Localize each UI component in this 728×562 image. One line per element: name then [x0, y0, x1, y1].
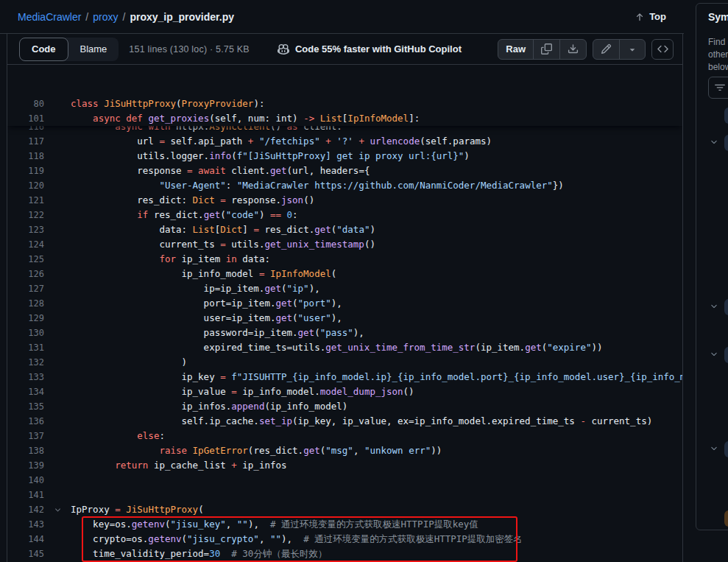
code-line: 126 ip_info_model = IpInfoModel(	[7, 267, 682, 281]
breadcrumb-filename: proxy_ip_provider.py	[130, 11, 234, 23]
line-number[interactable]: 130	[7, 326, 44, 340]
line-number[interactable]: 145	[7, 547, 44, 561]
download-icon	[568, 43, 579, 55]
fold-gutter	[44, 222, 71, 237]
line-number[interactable]: 138	[7, 443, 44, 458]
line-number[interactable]: 118	[7, 149, 44, 164]
code-text: )	[71, 355, 682, 370]
back-to-top-button[interactable]: Top	[629, 8, 672, 25]
line-number[interactable]: 101	[7, 111, 44, 126]
fold-gutter	[44, 281, 71, 296]
line-number[interactable]: 133	[7, 370, 44, 384]
code-line: 121 res_dict: Dict = response.json()	[7, 193, 682, 208]
line-number[interactable]: 125	[7, 252, 44, 267]
tab-blame[interactable]: Blame	[68, 38, 119, 61]
chevron-down-icon[interactable]	[710, 302, 718, 311]
line-number[interactable]: 144	[7, 532, 44, 547]
chevron-down-icon[interactable]	[710, 138, 718, 147]
symbol-item-badge[interactable]	[724, 510, 728, 527]
code-text: ip_key = f"JISUHTTP_{ip_info_model.ip}_{…	[71, 370, 682, 384]
symbol-item-badge[interactable]	[724, 135, 728, 151]
line-number[interactable]: 142	[7, 502, 44, 517]
breadcrumb: MediaCrawler / proxy / proxy_ip_provider…	[18, 11, 234, 23]
code-text: res_dict: Dict = response.json()	[71, 193, 682, 208]
sticky-context-lines: 80class JiSuHttpProxy(ProxyProvider):101…	[7, 96, 682, 126]
toolbar-actions: Raw	[498, 39, 674, 60]
symbols-panel: Symbols Find definitions and references …	[696, 3, 728, 530]
code-text: time_validity_period=30 # 30分钟（最长时效）	[71, 547, 682, 561]
symbol-item-badge[interactable]	[724, 299, 728, 315]
fold-gutter	[44, 178, 71, 193]
line-number[interactable]: 119	[7, 164, 44, 178]
line-number[interactable]: 126	[7, 267, 44, 281]
raw-button[interactable]: Raw	[498, 40, 533, 59]
code-text: crypto=os.getenv("jisu_crypto", ""), # 通…	[71, 532, 682, 547]
symbol-item-badge[interactable]	[724, 347, 728, 363]
line-number[interactable]: 135	[7, 399, 44, 414]
line-number[interactable]: 131	[7, 340, 44, 355]
breadcrumb-repo-link[interactable]: MediaCrawler	[18, 11, 81, 23]
arrow-up-icon	[635, 12, 645, 22]
code-line: 134 ip_value = ip_info_model.model_dump_…	[7, 384, 682, 399]
line-number[interactable]: 124	[7, 237, 44, 252]
symbol-item-badge[interactable]	[724, 441, 728, 457]
code-line: 135 ip_infos.append(ip_info_model)	[7, 399, 682, 414]
edit-dropdown-button[interactable]	[619, 40, 645, 59]
symbol-item-badge[interactable]	[724, 108, 728, 124]
fold-gutter	[44, 296, 71, 311]
chevron-down-icon[interactable]	[710, 350, 718, 359]
code-line: 130 password=ip_item.get("pass"),	[7, 326, 682, 340]
symbols-panel-toggle-button[interactable]	[651, 39, 674, 60]
breadcrumb-folder-link[interactable]: proxy	[93, 11, 118, 23]
breadcrumb-separator: /	[85, 11, 88, 23]
edit-button[interactable]	[593, 40, 619, 59]
line-number[interactable]: 120	[7, 178, 44, 193]
fold-chevron-icon[interactable]	[44, 502, 71, 517]
copy-button[interactable]	[533, 40, 559, 59]
code-line: 143 key=os.getenv("jisu_key", ""), # 通过环…	[7, 517, 682, 532]
code-text: ip=ip_item.get("ip"),	[71, 281, 682, 296]
code-text: ip_infos.append(ip_info_model)	[71, 399, 682, 414]
code-text: user=ip_item.get("user"),	[71, 311, 682, 326]
fold-gutter	[44, 458, 71, 473]
code-text: if res_dict.get("code") == 0:	[71, 208, 682, 222]
line-number[interactable]: 136	[7, 414, 44, 429]
code-line: 133 ip_key = f"JISUHTTP_{ip_info_model.i…	[7, 370, 682, 384]
line-number[interactable]: 132	[7, 355, 44, 370]
code-text: response = await client.get(url, headers…	[71, 164, 682, 178]
line-number[interactable]: 139	[7, 458, 44, 473]
fold-gutter	[44, 517, 71, 532]
line-number[interactable]: 80	[7, 96, 44, 111]
tab-code[interactable]: Code	[19, 38, 68, 61]
fold-gutter	[44, 547, 71, 561]
symbols-filter-input[interactable]	[708, 77, 728, 99]
line-number[interactable]: 121	[7, 193, 44, 208]
line-number[interactable]: 128	[7, 296, 44, 311]
line-number[interactable]: 122	[7, 208, 44, 222]
line-number[interactable]: 129	[7, 311, 44, 326]
line-number[interactable]: 141	[7, 488, 44, 502]
fold-gutter	[44, 443, 71, 458]
line-number[interactable]: 127	[7, 281, 44, 296]
line-number[interactable]: 143	[7, 517, 44, 532]
copilot-banner[interactable]: Code 55% faster with GitHub Copilot	[278, 43, 462, 55]
fold-gutter	[44, 384, 71, 399]
copilot-banner-text: Code 55% faster with GitHub Copilot	[295, 43, 462, 55]
code-text: self.ip_cache.set_ip(ip_key, ip_value, e…	[71, 414, 682, 429]
code-line: 117 url = self.api_path + "/fetchips" + …	[7, 134, 682, 149]
code-lines: 116 async with httpx.AsyncClient() as cl…	[7, 119, 682, 562]
line-number[interactable]: 137	[7, 429, 44, 443]
code-line: 101 async def get_proxies(self, num: int…	[7, 111, 682, 126]
fold-gutter	[44, 193, 71, 208]
file-toolbar: Code Blame 151 lines (130 loc) · 5.75 KB…	[7, 34, 682, 65]
chevron-down-icon[interactable]	[710, 444, 718, 453]
download-button[interactable]	[559, 40, 586, 59]
line-number[interactable]: 123	[7, 222, 44, 237]
fold-gutter	[44, 111, 71, 126]
line-number[interactable]: 117	[7, 134, 44, 149]
code-symbols-icon	[657, 43, 668, 55]
line-number[interactable]: 134	[7, 384, 44, 399]
fold-gutter	[44, 326, 71, 340]
code-line: 122 if res_dict.get("code") == 0:	[7, 208, 682, 222]
line-number[interactable]: 140	[7, 473, 44, 488]
